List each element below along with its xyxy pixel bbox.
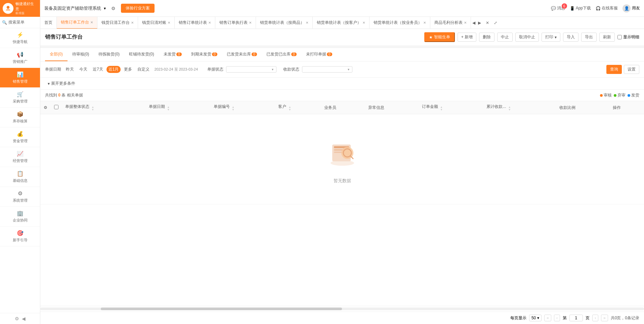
status-select[interactable]: ▾	[226, 66, 276, 73]
review-action-btn[interactable]: 审核	[600, 92, 612, 98]
enterprise-icon: 🏢	[17, 210, 24, 216]
filter-settings-button[interactable]: 设置	[624, 65, 639, 74]
sub-tab-pending-review[interactable]: 待审核(0)	[68, 48, 94, 61]
add-button[interactable]: + 新增	[458, 33, 476, 42]
sidebar-logo: 畅捷通好生意 标准版	[0, 0, 40, 17]
status-filter-label: 单据状态	[207, 67, 223, 72]
horizontal-scrollbar[interactable]	[40, 306, 644, 312]
sub-tab-wangpu[interactable]: 旺铺待发货(0)	[124, 48, 159, 61]
tab-goods-margin[interactable]: 商品毛利分析表 ✕	[430, 17, 471, 29]
settings-bottom-icon[interactable]: ⚙	[15, 316, 19, 321]
collapse-icon[interactable]: ◀	[22, 316, 26, 321]
page-first-btn[interactable]: «	[544, 315, 551, 321]
trial-button[interactable]: 体验行业方案	[121, 4, 155, 13]
sidebar-item-purchase[interactable]: 🛒 采购管理	[0, 88, 40, 108]
tabs-next-btn[interactable]: ▶	[477, 21, 482, 25]
username-label: 用友	[632, 5, 640, 11]
sub-tab-pending-inspect[interactable]: 待拣验货(0)	[94, 48, 124, 61]
date-yesterday[interactable]: 昨天	[64, 66, 76, 73]
tab-sales-workbench[interactable]: 销售订单工作台 ✕	[57, 17, 97, 29]
th-operation: 操作	[609, 101, 644, 114]
tab-sales-exec[interactable]: 销售订单执行表 ✕	[215, 17, 256, 29]
show-detail-checkbox[interactable]	[617, 35, 622, 39]
ship-action-btn[interactable]: 发货	[628, 92, 639, 98]
payment-select[interactable]: ▾	[302, 66, 352, 73]
th-amount: 订单金额 ▲▼	[419, 101, 483, 114]
sidebar-item-guide[interactable]: 🎯 新手引导	[0, 227, 40, 246]
expand-filter-button[interactable]: ▾ 展开更多条件	[45, 80, 78, 87]
sidebar-item-label: 资金管理	[13, 138, 28, 144]
topbar-settings-icon[interactable]: ⚙	[111, 6, 116, 11]
sub-tab-not-shipped[interactable]: 未发货0	[159, 48, 186, 61]
sidebar-search[interactable]: 🔍 搜索菜单	[0, 17, 40, 28]
date-more[interactable]: 更多	[122, 66, 134, 73]
tab-cash-daily[interactable]: 钱货日清工作台 ✕	[97, 17, 138, 29]
close-icon[interactable]: ✕	[423, 21, 426, 25]
empty-illustration	[326, 134, 359, 174]
stop-button[interactable]: 中止	[497, 33, 513, 42]
date-today[interactable]: 今天	[77, 66, 89, 73]
online-service-action[interactable]: 🎧 在线客服	[596, 5, 618, 11]
cancel-review-action-btn[interactable]: 弃审	[614, 92, 626, 98]
message-action[interactable]: 💬 消息 6	[551, 5, 565, 11]
close-icon[interactable]: ✕	[362, 21, 365, 25]
print-button[interactable]: 打印 ▾	[542, 33, 560, 42]
tabs-prev-btn[interactable]: ◀	[471, 21, 477, 25]
sidebar-item-system[interactable]: ⚙ 系统管理	[0, 187, 40, 207]
tabs-maximize-btn[interactable]: ⤢	[492, 20, 499, 26]
export-button[interactable]: 导出	[581, 33, 597, 42]
app-download-action[interactable]: 📱 App下载	[570, 5, 591, 11]
page-last-btn[interactable]: »	[601, 315, 608, 321]
sub-tab-not-printed[interactable]: 未打印单据0	[301, 48, 337, 61]
sidebar-item-basic[interactable]: 📋 基础信息	[0, 167, 40, 187]
date-custom[interactable]: 自定义	[135, 66, 152, 73]
sidebar-item-enterprise[interactable]: 🏢 企业协同	[0, 207, 40, 227]
select-all-checkbox[interactable]	[54, 105, 58, 109]
close-icon[interactable]: ✕	[249, 21, 252, 25]
sub-tab-shipped-out[interactable]: 已发货已出库0	[262, 48, 301, 61]
th-checkbox[interactable]	[51, 101, 62, 114]
page-input[interactable]: 1	[569, 315, 583, 321]
close-icon[interactable]: ✕	[131, 21, 134, 25]
sub-tab-expired[interactable]: 到期未发货0	[186, 48, 222, 61]
tabs-close-all-btn[interactable]: ✕	[484, 20, 490, 26]
close-icon[interactable]: ✕	[208, 21, 211, 25]
close-icon[interactable]: ✕	[464, 21, 467, 25]
query-button[interactable]: 查询	[606, 65, 622, 74]
system-dropdown[interactable]: ▾	[104, 6, 106, 11]
page-next-btn[interactable]: ›	[592, 315, 598, 321]
pagination: 每页显示 50 ▾ « ‹ 第 1 页 › » 共0页，0条记录	[40, 312, 644, 324]
date-last1month[interactable]: 近1月	[106, 66, 121, 73]
close-icon[interactable]: ✕	[168, 21, 170, 25]
tab-sales-summary-product[interactable]: 销货单统计表（按商品） ✕	[256, 17, 313, 29]
import-button[interactable]: 导入	[563, 33, 578, 42]
date-last7[interactable]: 近7天	[91, 66, 105, 73]
filter-expand-row: ▾ 展开更多条件	[40, 78, 644, 90]
tab-home[interactable]: 首页	[40, 17, 57, 29]
tab-label: 销货单统计表（按商品）	[260, 20, 304, 26]
sidebar-item-quick-nav[interactable]: ⚡ 快捷导航	[0, 28, 40, 48]
show-detail-label[interactable]: 显示明细	[617, 34, 639, 40]
tab-sales-summary-staff[interactable]: 销货单统计表（按业务员） ✕	[370, 17, 430, 29]
star-icon: ★	[429, 35, 433, 40]
page-size-select[interactable]: 50 ▾	[529, 315, 542, 321]
sub-tab-shipped-not-out[interactable]: 已发货未出库0	[222, 48, 262, 61]
sub-tab-all[interactable]: 全部(0)	[45, 48, 68, 61]
close-icon[interactable]: ✕	[90, 21, 93, 24]
tab-sales-summary-customer[interactable]: 销货单统计表（按客户） ✕	[313, 17, 370, 29]
user-menu[interactable]: 👤 用友	[622, 4, 640, 12]
tab-cash-reconcile[interactable]: 钱货日清对账 ✕	[138, 17, 175, 29]
tab-sales-stats[interactable]: 销售订单统计表 ✕	[175, 17, 215, 29]
th-settings[interactable]: ⚙	[40, 101, 51, 114]
refresh-button[interactable]: 刷新	[599, 33, 615, 42]
close-icon[interactable]: ✕	[306, 21, 308, 25]
sidebar-item-finance[interactable]: 💰 资金管理	[0, 127, 40, 147]
sidebar-item-inventory[interactable]: 📦 库存核算	[0, 108, 40, 127]
sidebar-item-sales[interactable]: 📊 销售管理	[0, 68, 40, 88]
page-prev-btn[interactable]: ‹	[554, 315, 560, 321]
cancel-stop-button[interactable]: 取消中止	[515, 33, 539, 42]
sidebar-item-marketing[interactable]: 📢 营销推广	[0, 48, 40, 68]
delete-button[interactable]: 删除	[479, 33, 495, 42]
sidebar-item-operation[interactable]: 📈 经营管理	[0, 147, 40, 167]
smart-create-button[interactable]: ★ 智能生单	[424, 32, 455, 42]
